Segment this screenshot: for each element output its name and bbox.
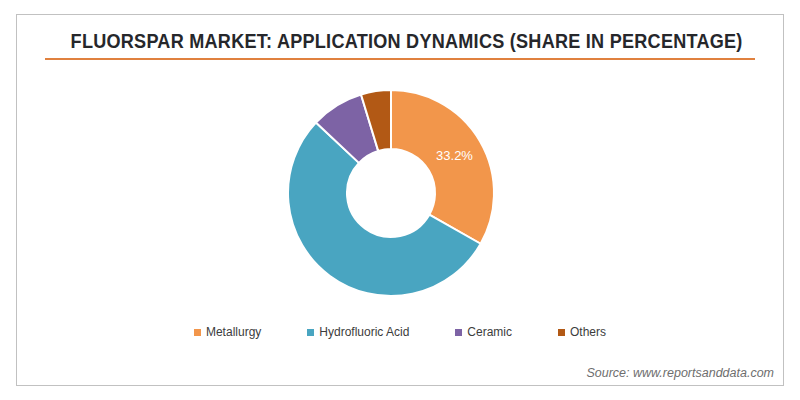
legend-item-others: Others — [558, 325, 606, 339]
legend-swatch-icon — [558, 329, 565, 336]
legend-label: Others — [570, 325, 606, 339]
legend-swatch-icon — [307, 329, 314, 336]
source-attribution: Source: www.reportsanddata.com — [586, 366, 774, 380]
donut-chart: 33.2% — [271, 73, 511, 313]
chart-legend: MetallurgyHydrofluoric AcidCeramicOthers — [17, 325, 783, 339]
donut-chart-svg: 33.2% — [271, 73, 511, 313]
legend-label: Metallurgy — [206, 325, 261, 339]
legend-swatch-icon — [455, 329, 462, 336]
legend-item-ceramic: Ceramic — [455, 325, 512, 339]
chart-card: FLUORSPAR MARKET: APPLICATION DYNAMICS (… — [16, 14, 784, 386]
legend-item-metallurgy: Metallurgy — [194, 325, 261, 339]
legend-item-hydrofluoric-acid: Hydrofluoric Acid — [307, 325, 409, 339]
legend-label: Ceramic — [467, 325, 512, 339]
title-underline — [45, 58, 755, 60]
chart-title: FLUORSPAR MARKET: APPLICATION DYNAMICS (… — [71, 29, 730, 53]
legend-label: Hydrofluoric Acid — [319, 325, 409, 339]
page: FLUORSPAR MARKET: APPLICATION DYNAMICS (… — [0, 0, 800, 400]
legend-swatch-icon — [194, 329, 201, 336]
slice-data-label: 33.2% — [436, 148, 473, 163]
pie-slice-metallurgy — [391, 90, 494, 244]
